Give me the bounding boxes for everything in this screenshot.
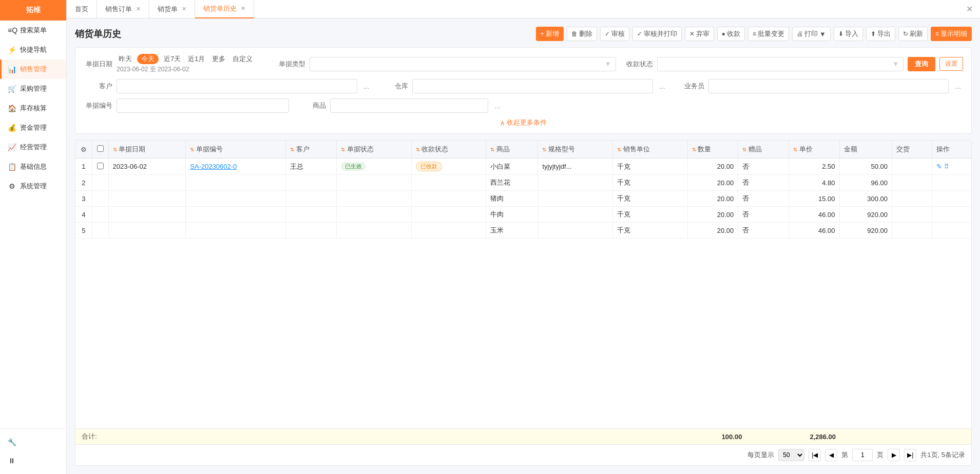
per-page-select[interactable]: 50 20 100 [778, 449, 804, 461]
col-doc-status[interactable]: ⇅ 单据状态 [337, 141, 412, 159]
cell-check[interactable] [92, 223, 108, 239]
settings-button[interactable]: 设置 [939, 57, 963, 71]
cell-qty: 20.00 [687, 207, 738, 223]
cell-goods: 猪肉 [486, 191, 538, 207]
tab-sales-order-close[interactable]: ✕ [136, 6, 141, 12]
doc-type-select[interactable]: ▼ [310, 57, 616, 71]
customer-ellipsis-button[interactable]: ... [361, 82, 372, 90]
delete-button[interactable]: 🗑 删除 [567, 27, 597, 41]
sidebar-item-sales-mgmt[interactable]: 📊 销售管理 [0, 60, 66, 79]
abandon-button[interactable]: ✕ 弃审 [685, 27, 714, 41]
pay-status-select[interactable]: ▼ [657, 57, 904, 71]
date-tab-yesterday[interactable]: 昨天 [117, 54, 134, 64]
tab-sales-goods-close[interactable]: ✕ [182, 6, 186, 12]
col-settings[interactable]: ⚙ [75, 141, 92, 159]
date-tab-more[interactable]: 更多 [210, 54, 227, 64]
col-qty[interactable]: ⇅ 数量 [687, 141, 738, 159]
page-number-input[interactable] [852, 449, 873, 461]
last-page-button[interactable]: ▶| [904, 449, 916, 461]
show-detail-button[interactable]: ≡ 显示明细 [931, 27, 972, 41]
sort-qty-icon: ⇅ [692, 147, 696, 152]
doc-no-link[interactable]: SA-20230602-0 [190, 163, 237, 170]
cell-no[interactable]: SA-20230602-0 [186, 159, 286, 175]
sidebar-item-operations[interactable]: 📈 经营管理 [0, 137, 66, 157]
col-pay-status-label: 收款状态 [421, 145, 448, 153]
audit-button[interactable]: ✓ 审核 [600, 27, 629, 41]
col-customer[interactable]: ⇅ 客户 [286, 141, 337, 159]
sidebar-item-finance[interactable]: 💰 资金管理 [0, 118, 66, 137]
cell-seq: 2 [75, 175, 92, 191]
tab-sales-order[interactable]: 销售订单 ✕ [97, 0, 149, 18]
doc-no-input[interactable] [117, 98, 289, 113]
col-check[interactable] [92, 141, 108, 159]
export-button[interactable]: ⬆ 导出 [866, 27, 895, 41]
add-button[interactable]: + 新增 [536, 27, 564, 41]
warehouse-input[interactable] [412, 79, 653, 93]
cell-check[interactable] [92, 191, 108, 207]
sidebar-item-inventory[interactable]: 🏠 库存核算 [0, 98, 66, 118]
audit-print-button[interactable]: ✓ 审核并打印 [632, 27, 682, 41]
cell-check[interactable] [92, 207, 108, 223]
col-goods-label: 商品 [496, 145, 510, 153]
next-page-button[interactable]: ▶ [888, 449, 900, 461]
import-button[interactable]: ⬇ 导入 [834, 27, 863, 41]
summary-total-qty: 100.00 [722, 433, 804, 441]
query-button[interactable]: 查询 [908, 57, 935, 71]
edit-action-icon[interactable]: ✎ [936, 163, 942, 170]
goods-input[interactable] [330, 98, 488, 113]
refresh-button[interactable]: ↻ 刷新 [898, 27, 928, 41]
col-price[interactable]: ⇅ 单价 [789, 141, 839, 159]
col-trade-label: 交货 [896, 145, 910, 153]
col-pay-status[interactable]: ⇅ 收款状态 [411, 141, 486, 159]
tab-home[interactable]: 首页 [67, 0, 97, 18]
col-spec[interactable]: ⇅ 规格型号 [538, 141, 613, 159]
tab-sales-history-label: 销货单历史 [203, 4, 237, 13]
date-tab-7days[interactable]: 近7天 [162, 54, 183, 64]
sidebar-item-basic-info[interactable]: 📋 基础信息 [0, 157, 66, 176]
first-page-button[interactable]: |◀ [809, 449, 821, 461]
warehouse-ellipsis-button[interactable]: ... [657, 82, 667, 90]
col-unit[interactable]: ⇅ 销售单位 [613, 141, 688, 159]
sidebar-item-bottom-settings[interactable]: 🔧 [0, 433, 66, 451]
select-all-checkbox[interactable] [97, 145, 104, 152]
goods-ellipsis-button[interactable]: ... [492, 102, 503, 110]
salesperson-ellipsis-button[interactable]: ... [953, 82, 963, 90]
col-gift[interactable]: ⇅ 赠品 [738, 141, 789, 159]
cell-check[interactable] [92, 159, 108, 175]
col-no[interactable]: ⇅ 单据编号 [186, 141, 286, 159]
date-tab-today[interactable]: 今天 [137, 54, 159, 64]
sidebar-item-sys-mgmt[interactable]: ⚙ 系统管理 [0, 176, 66, 196]
row-checkbox[interactable] [97, 163, 104, 169]
pagination-bar: 每页显示 50 20 100 |◀ ◀ 第 页 ▶ ▶| 共1页, 5条记录 [75, 444, 971, 465]
sidebar-item-purchase-mgmt[interactable]: 🛒 采购管理 [0, 79, 66, 98]
cell-action [932, 175, 971, 191]
cell-amount: 920.00 [839, 223, 892, 239]
tab-sales-history-close[interactable]: ✕ [241, 5, 245, 12]
sidebar-item-quick-nav[interactable]: ⚡ 快捷导航 [0, 40, 66, 60]
sidebar-item-bottom-pause[interactable]: ⏸ [0, 451, 66, 470]
sidebar-item-label: 采购管理 [20, 84, 47, 93]
cell-check[interactable] [92, 175, 108, 191]
date-tab-custom[interactable]: 自定义 [230, 54, 255, 64]
sidebar-item-search-menu[interactable]: ≡Q 搜索菜单 [0, 21, 66, 40]
cell-no [186, 223, 286, 239]
tab-sales-goods[interactable]: 销货单 ✕ [149, 0, 195, 18]
collect-button[interactable]: ● 收款 [717, 27, 745, 41]
col-date[interactable]: ⇅ 单据日期 [108, 141, 186, 159]
salesperson-input[interactable] [708, 79, 949, 93]
table-scroll-area[interactable]: ⚙ ⇅ 单据日期 ⇅ 单据编号 ⇅ 客户 ⇅ 单据状态 ⇅ 收款状态 ⇅ 商品 … [75, 141, 971, 428]
col-goods[interactable]: ⇅ 商品 [486, 141, 538, 159]
tab-sales-history[interactable]: 销货单历史 ✕ [195, 0, 254, 18]
print-button[interactable]: 🖨 打印 ▼ [792, 27, 831, 41]
sort-unit-icon: ⇅ [617, 147, 621, 152]
collapse-button[interactable]: ∧ 收起更多条件 [500, 118, 547, 127]
batch-change-button[interactable]: ≡ 批量变更 [748, 27, 789, 41]
cell-date [108, 223, 186, 239]
import-icon: ⬇ [838, 30, 843, 37]
tab-bar-global-close[interactable]: ✕ [959, 4, 980, 14]
salesperson-label: 业务员 [676, 82, 704, 91]
date-tab-1month[interactable]: 近1月 [186, 54, 207, 64]
customer-input[interactable] [117, 79, 357, 93]
prev-page-button[interactable]: ◀ [825, 449, 837, 461]
more-action-icon[interactable]: ⠿ [944, 163, 949, 170]
